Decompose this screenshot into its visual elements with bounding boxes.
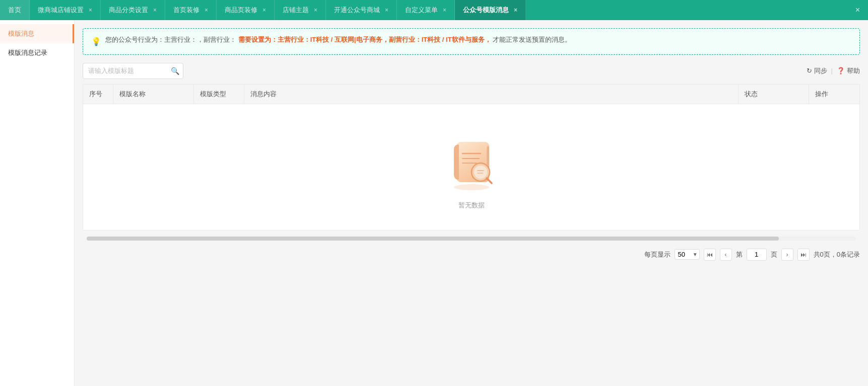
svg-point-0 bbox=[454, 184, 489, 190]
tab-category[interactable]: 商品分类设置 × bbox=[101, 0, 165, 20]
notice-icon: 💡 bbox=[91, 35, 101, 48]
empty-state: 暂无数据 bbox=[83, 104, 859, 230]
tab-custom-menu-close[interactable]: × bbox=[443, 7, 446, 14]
col-type: 模版类型 bbox=[194, 85, 244, 104]
toolbar-divider: | bbox=[831, 67, 833, 74]
svg-point-6 bbox=[474, 166, 487, 179]
main-layout: 模版消息 模版消息记录 💡 您的公众号行业为：主营行业：，副营行业： 需要设置为… bbox=[0, 20, 868, 386]
horizontal-scrollbar[interactable] bbox=[87, 237, 856, 241]
sidebar: 模版消息 模版消息记录 bbox=[0, 20, 75, 386]
tab-template-msg-close[interactable]: × bbox=[514, 7, 517, 14]
tab-product-decor[interactable]: 商品页装修 × bbox=[217, 0, 275, 20]
content-area: 💡 您的公众号行业为：主营行业：，副营行业： 需要设置为：主营行业：IT科技 /… bbox=[75, 20, 868, 386]
tab-open-mall[interactable]: 开通公众号商城 × bbox=[326, 0, 397, 20]
close-all-button[interactable]: × bbox=[847, 0, 868, 20]
help-button[interactable]: ❓ 帮助 bbox=[837, 66, 860, 75]
next-page-button[interactable]: › bbox=[781, 249, 793, 261]
empty-icon bbox=[441, 134, 502, 195]
page-label: 页 bbox=[771, 250, 777, 259]
tab-home-label: 首页 bbox=[8, 6, 21, 15]
tab-shop-theme-label: 店铺主题 bbox=[283, 6, 309, 15]
tab-wechat-shop[interactable]: 微商城店铺设置 × bbox=[30, 0, 101, 20]
sidebar-item-template-record[interactable]: 模版消息记录 bbox=[0, 43, 74, 62]
tab-custom-menu[interactable]: 自定义菜单 × bbox=[397, 0, 455, 20]
notice-text: 您的公众号行业为：主营行业：，副营行业： 需要设置为：主营行业：IT科技 / 互… bbox=[105, 35, 571, 45]
search-input-wrap: 🔍 bbox=[83, 63, 183, 79]
search-button[interactable]: 🔍 bbox=[171, 67, 179, 75]
tab-product-decor-close[interactable]: × bbox=[262, 7, 266, 14]
col-action: 操作 bbox=[809, 85, 859, 104]
search-bar: 🔍 ↻ 同步 | ❓ 帮助 bbox=[83, 63, 860, 79]
tab-bar: 首页 微商城店铺设置 × 商品分类设置 × 首页装修 × 商品页装修 × 店铺主… bbox=[0, 0, 868, 20]
tab-shop-theme-close[interactable]: × bbox=[314, 7, 317, 14]
col-name: 模版名称 bbox=[113, 85, 194, 104]
tab-template-msg[interactable]: 公众号模版消息 × bbox=[455, 0, 526, 20]
total-info: 共0页，0条记录 bbox=[814, 250, 860, 259]
empty-text: 暂无数据 bbox=[458, 201, 485, 210]
sync-button[interactable]: ↻ 同步 bbox=[807, 66, 827, 75]
tab-category-label: 商品分类设置 bbox=[109, 6, 148, 15]
tab-wechat-shop-close[interactable]: × bbox=[89, 7, 92, 14]
table-header: 序号 模版名称 模版类型 消息内容 状态 操作 bbox=[83, 85, 859, 104]
per-page-label: 每页显示 bbox=[644, 250, 671, 259]
tab-home[interactable]: 首页 bbox=[0, 0, 30, 20]
tab-custom-menu-label: 自定义菜单 bbox=[405, 6, 438, 15]
scrollbar-thumb[interactable] bbox=[87, 237, 779, 241]
notice-prefix: 您的公众号行业为：主营行业：，副营行业： bbox=[105, 36, 236, 43]
tab-shop-theme[interactable]: 店铺主题 × bbox=[275, 0, 326, 20]
notice-highlight: 需要设置为：主营行业：IT科技 / 互联网|电子商务，副营行业：IT科技 / I… bbox=[238, 36, 491, 43]
tab-wechat-shop-label: 微商城店铺设置 bbox=[38, 6, 84, 15]
sidebar-item-template-message[interactable]: 模版消息 bbox=[0, 24, 74, 43]
prev-page-button[interactable]: ‹ bbox=[720, 249, 732, 261]
search-input[interactable] bbox=[83, 63, 183, 79]
di-label: 第 bbox=[736, 250, 743, 259]
col-status: 状态 bbox=[739, 85, 809, 104]
page-size-wrap: 50 10 20 100 ▼ bbox=[675, 249, 700, 260]
pagination: 每页显示 50 10 20 100 ▼ ⏮ ‹ 第 页 › ⏭ 共0页，0条记录 bbox=[83, 247, 860, 263]
sync-icon: ↻ bbox=[807, 67, 812, 74]
data-table: 序号 模版名称 模版类型 消息内容 状态 操作 bbox=[83, 84, 860, 230]
tab-category-close[interactable]: × bbox=[153, 7, 157, 14]
sidebar-item-template-message-label: 模版消息 bbox=[8, 30, 34, 37]
notice-suffix: 才能正常发送预置的消息。 bbox=[493, 36, 571, 43]
tab-open-mall-label: 开通公众号商城 bbox=[334, 6, 380, 15]
sidebar-item-template-record-label: 模版消息记录 bbox=[8, 49, 47, 56]
help-icon: ❓ bbox=[837, 67, 845, 74]
tab-home-decor[interactable]: 首页装修 × bbox=[165, 0, 217, 20]
tab-home-decor-close[interactable]: × bbox=[205, 7, 208, 14]
tab-home-decor-label: 首页装修 bbox=[173, 6, 199, 15]
tab-product-decor-label: 商品页装修 bbox=[225, 6, 257, 15]
tab-template-msg-label: 公众号模版消息 bbox=[463, 6, 509, 15]
col-content: 消息内容 bbox=[244, 85, 739, 104]
tab-open-mall-close[interactable]: × bbox=[385, 7, 388, 14]
page-size-select[interactable]: 50 10 20 100 bbox=[675, 249, 700, 260]
first-page-button[interactable]: ⏮ bbox=[704, 249, 716, 261]
sync-label: 同步 bbox=[814, 66, 827, 75]
last-page-button[interactable]: ⏭ bbox=[797, 249, 810, 261]
col-index: 序号 bbox=[83, 85, 113, 104]
help-label: 帮助 bbox=[847, 66, 860, 75]
notice-box: 💡 您的公众号行业为：主营行业：，副营行业： 需要设置为：主营行业：IT科技 /… bbox=[83, 28, 860, 55]
toolbar-right: ↻ 同步 | ❓ 帮助 bbox=[807, 66, 860, 75]
page-number-input[interactable] bbox=[747, 249, 767, 261]
